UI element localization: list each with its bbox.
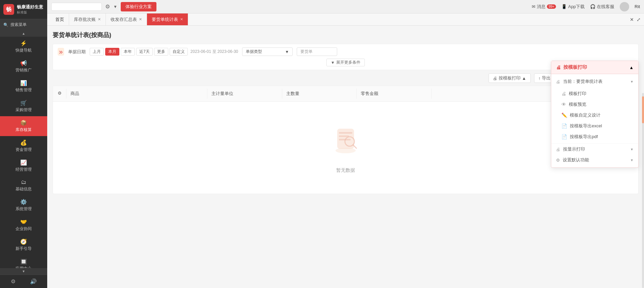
sidebar-item-purchase[interactable]: 🛒 采购管理 [0, 96, 47, 116]
user-name[interactable]: Rit [635, 4, 640, 9]
tab-batch-close[interactable]: ✕ [98, 17, 101, 22]
message-icon: ✉ [532, 4, 535, 9]
tab-expand-btn[interactable]: ⤢ [637, 17, 641, 22]
printer-icon: 🖨 [556, 65, 561, 70]
topbar-search-input[interactable] [51, 3, 102, 11]
speaker-btn[interactable]: 🔊 [30, 278, 37, 285]
type-select[interactable]: 单据类型 ▼ [242, 47, 293, 56]
sidebar-bottom: ⚙ 🔊 [0, 275, 47, 288]
order-placeholder: 要货单 [300, 49, 313, 55]
design-item-label: 模板自定义设计 [570, 112, 601, 118]
sidebar-scroll-up[interactable]: ▲ [0, 30, 47, 37]
tab-order-stats[interactable]: 要货单统计表 ✕ [147, 13, 188, 25]
guide-icon: 🧭 [20, 238, 27, 245]
right-scrollbar-thumb [642, 96, 644, 123]
expand-conditions-btn[interactable]: ▼ 展开更多条件 [326, 59, 365, 66]
sidebar-item-label: 销售管理 [16, 87, 32, 93]
display-print-left: 🖨 按显示打印 [556, 146, 585, 152]
date-btn-prev-month[interactable]: 上月 [90, 48, 104, 56]
date-btn-custom[interactable]: 自定义 [170, 48, 188, 56]
sidebar-search-btn[interactable]: 🔍 搜索菜单 [0, 19, 47, 30]
sidebar-item-finance[interactable]: 💰 资金管理 [0, 136, 47, 156]
dropdown-item-preview[interactable]: 👁 模板预览 [551, 99, 638, 110]
tab-home[interactable]: 首页 [51, 13, 69, 25]
sidebar-item-system[interactable]: ⚙️ 系统管理 [0, 195, 47, 215]
messages-btn[interactable]: ✉ 消息 99+ [532, 4, 556, 10]
sidebar-item-label: 应用中心 [16, 266, 32, 268]
sidebar-item-apps[interactable]: 🔲 应用中心 [0, 255, 47, 268]
design-item-icon: ✏️ [561, 113, 567, 118]
sidebar-item-label: 资金管理 [16, 147, 32, 153]
sidebar-search-label: 搜索菜单 [10, 22, 27, 28]
tab-receivable[interactable]: 收发存汇总表 ✕ [106, 13, 147, 25]
col-settings[interactable]: ⚙ [53, 89, 66, 99]
date-btn-more[interactable]: 更多 [154, 48, 168, 56]
shortcut-icon: ⚡ [20, 40, 27, 46]
date-btn-this-year[interactable]: 本年 [121, 48, 135, 56]
sidebar-item-inventory[interactable]: 📦 库存核算 [0, 116, 47, 136]
sidebar-item-shortcut[interactable]: ⚡ 快捷导航 [0, 37, 47, 57]
dropdown-item-export-excel[interactable]: 📄 按模板导出excel [551, 121, 638, 131]
system-icon: ⚙️ [20, 199, 27, 205]
sidebar-item-collab[interactable]: 🤝 企业协同 [0, 215, 47, 235]
dropdown-item-export-pdf[interactable]: 📄 按模板导出pdf [551, 131, 638, 142]
dropdown-section: 🖨 当前：要货单统计表 ▼ 🖨 模板打印 👁 模板预览 ✏️ [551, 74, 638, 167]
sidebar-item-guide[interactable]: 🧭 新手引导 [0, 235, 47, 255]
dropdown-close-chevron[interactable]: ▲ [629, 65, 634, 70]
sidebar-item-sales[interactable]: 📊 销售管理 [0, 76, 47, 96]
preview-item-icon: 👁 [561, 102, 566, 107]
current-template-header[interactable]: 🖨 当前：要货单统计表 ▼ [551, 76, 638, 87]
col-unit: 主计量单位 [207, 89, 282, 99]
default-func-header[interactable]: ⚙ 设置默认功能 ▼ [551, 155, 638, 165]
tab-batch[interactable]: 库存批次账 ✕ [69, 13, 106, 25]
dropdown-item-design[interactable]: ✏️ 模板自定义设计 [551, 110, 638, 121]
settings-btn[interactable]: ⚙ [11, 278, 16, 285]
empty-text: 暂无数据 [336, 167, 355, 173]
excel-item-label: 按模板导出excel [570, 123, 602, 129]
online-service-label: 在线客服 [597, 4, 614, 10]
app-title: 畅康通好生意 [17, 4, 43, 10]
topbar-dropdown-icon[interactable]: ▼ [113, 4, 117, 9]
sales-icon: 📊 [20, 80, 27, 86]
tab-receivable-close[interactable]: ✕ [139, 17, 142, 22]
sidebar-logo: 畅 畅康通好生意 标准版 [0, 0, 47, 19]
dropdown-header[interactable]: 🖨 按模板打印 ▲ [551, 61, 638, 74]
sidebar-item-label: 基础信息 [16, 186, 32, 192]
col-retail: 零售金额 [357, 89, 432, 99]
sidebar-item-base[interactable]: 🗂 基础信息 [0, 176, 47, 195]
tab-order-stats-label: 要货单统计表 [152, 17, 178, 23]
user-avatar[interactable] [620, 2, 629, 11]
online-service-btn[interactable]: 🎧 在线客服 [590, 4, 614, 10]
date-btn-this-month[interactable]: 本月 [105, 48, 119, 56]
date-label: 单据日期 [68, 49, 86, 55]
display-print-label: 按显示打印 [563, 146, 585, 152]
print-item-label: 模板打印 [569, 91, 586, 97]
topbar-right: ✉ 消息 99+ 📱 App下载 🎧 在线客服 Rit [532, 2, 640, 11]
empty-state: 暂无数据 [53, 102, 638, 194]
right-scrollbar[interactable] [642, 93, 644, 288]
dropdown-item-print[interactable]: 🖨 模板打印 [551, 88, 638, 99]
sidebar-item-label: 采购管理 [16, 107, 32, 113]
topbar-gear-icon[interactable]: ⚙ [105, 3, 110, 10]
trial-button[interactable]: 体验行业方案 [121, 2, 156, 11]
print-item-icon: 🖨 [561, 91, 566, 96]
order-input[interactable]: 要货单 [297, 47, 337, 56]
collab-icon: 🤝 [20, 219, 27, 225]
sidebar-item-label: 系统管理 [16, 206, 32, 212]
expand-down-icon: ▼ [331, 60, 335, 65]
expand-row: ▼ 展开更多条件 [58, 59, 634, 66]
filter-expand-icon[interactable]: » [58, 48, 64, 56]
sidebar-scroll-down[interactable]: ▼ [0, 268, 47, 275]
tab-order-stats-close[interactable]: ✕ [180, 17, 183, 22]
tab-close-btn[interactable]: ✕ [630, 17, 634, 22]
tabbar-resize: ✕ ⤢ [630, 17, 644, 22]
app-download-btn[interactable]: 📱 App下载 [561, 4, 585, 10]
sidebar-item-operations[interactable]: 📈 经营管理 [0, 156, 47, 176]
sidebar: 畅 畅康通好生意 标准版 🔍 搜索菜单 ▲ ⚡ 快捷导航 📢 营销推广 📊 销售… [0, 0, 47, 288]
display-print-header[interactable]: 🖨 按显示打印 ▼ [551, 144, 638, 155]
print-btn[interactable]: 🖨 按模板打印 ▲ [489, 73, 531, 83]
print-icon: 🖨 [493, 76, 497, 81]
sidebar-item-marketing[interactable]: 📢 营销推广 [0, 57, 47, 76]
date-btn-7days[interactable]: 近7天 [136, 48, 153, 56]
preview-item-label: 模板预览 [569, 101, 586, 107]
